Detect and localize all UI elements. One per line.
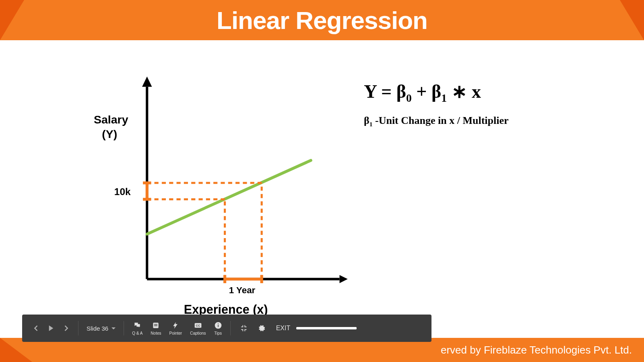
notes-label: Notes [151,331,161,335]
tips-button[interactable]: Tips [210,318,226,339]
pointer-button[interactable]: Pointer [165,318,186,339]
equation-area: Y = β0 + β1 ∗ x β1 -Unit Change in x / M… [352,56,620,322]
next-slide-button[interactable] [59,322,74,334]
notes-button[interactable]: Notes [147,318,165,339]
dropdown-icon [111,327,116,329]
svg-rect-6 [218,325,219,327]
captions-label: Captions [190,331,206,335]
qa-button[interactable]: Q & A [128,318,147,339]
prev-slide-button[interactable] [28,322,43,334]
captions-button[interactable]: CC Captions [186,318,210,339]
svg-rect-1 [154,324,157,325]
notes-icon [152,321,160,329]
settings-button[interactable] [252,321,270,335]
footer-copyright: erved by Fireblaze Technologies Pvt. Ltd… [441,344,632,356]
slide-selector[interactable]: Slide 36 [83,325,120,332]
info-icon [214,321,222,329]
toolbar-separator [124,321,124,335]
y-axis-arrow-icon [142,76,152,86]
progress-bar[interactable] [296,327,357,329]
regression-line [147,160,311,234]
chevron-right-icon [64,325,69,331]
chevron-left-icon [33,325,39,331]
pointer-label: Pointer [169,331,182,335]
x-tick-label: 1 Year [229,285,256,295]
header-corner-right [620,0,644,40]
regression-diagram: Salary (Y) 10k 1 Year Experience (x) [24,56,352,322]
play-icon [48,325,54,331]
slide-title: Linear Regression [217,6,427,35]
tips-label: Tips [214,331,222,335]
y-tick-label: 10k [114,186,131,197]
svg-text:CC: CC [196,324,200,327]
chat-icon [133,321,141,329]
equation-sub: β1 -Unit Change in x / Multiplier [364,115,620,128]
qa-label: Q & A [132,331,142,335]
play-button[interactable] [43,322,59,334]
cc-icon: CC [194,321,202,329]
slide-indicator-text: Slide 36 [87,325,108,332]
content-area: Salary (Y) 10k 1 Year Experience (x) Y =… [0,40,644,322]
svg-rect-7 [218,323,219,324]
exit-fullscreen-button[interactable] [235,321,252,335]
y-axis-label-2: (Y) [102,128,117,140]
header-bar: Linear Regression [0,0,644,40]
bolt-icon [171,321,180,329]
toolbar-separator [78,321,78,335]
diagram-area: Salary (Y) 10k 1 Year Experience (x) [24,56,352,322]
svg-rect-2 [154,325,157,326]
fullscreen-exit-icon [239,324,248,332]
toolbar-separator [230,321,231,335]
y-axis-label-1: Salary [94,113,128,126]
equation-main: Y = β0 + β1 ∗ x [364,80,620,105]
header-corner-left [0,0,24,40]
exit-button[interactable]: EXIT [270,325,297,332]
x-axis-arrow-icon [339,275,347,283]
presentation-toolbar: Slide 36 Q & A Notes Pointer CC Captions… [22,315,431,342]
gear-icon [257,324,265,332]
